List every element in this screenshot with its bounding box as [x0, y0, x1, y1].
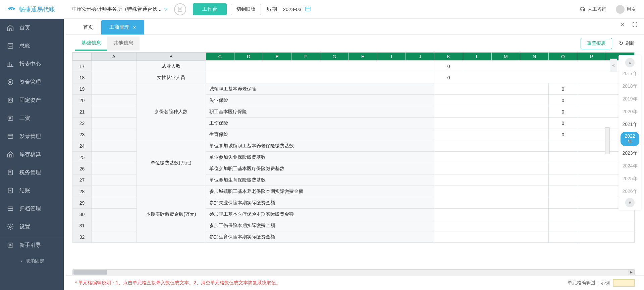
scrollbar-thumb[interactable]: [73, 270, 107, 275]
cell-C28[interactable]: 参加城镇职工基本养老保险本期实际缴费金额: [206, 186, 434, 197]
year-2023年[interactable]: 2023年: [619, 147, 641, 160]
cell-PQ-32[interactable]: [577, 231, 635, 243]
tab-close-icon[interactable]: ✕: [133, 25, 136, 30]
cell-KtoN-22[interactable]: [434, 118, 549, 129]
col-header-F[interactable]: F: [291, 53, 320, 61]
collapse-year-rail-icon[interactable]: «: [610, 59, 617, 72]
year-down-icon[interactable]: ▼: [625, 198, 635, 207]
sidebar-item-9[interactable]: 结账: [0, 182, 64, 200]
cell-O28[interactable]: [549, 186, 577, 197]
rownum-17[interactable]: 17: [73, 61, 92, 72]
year-2021年[interactable]: 2021年: [619, 118, 641, 131]
cell-KtoN-28[interactable]: [434, 186, 549, 197]
cell-O29[interactable]: [549, 197, 577, 209]
sidebar-item-2[interactable]: 报表中心: [0, 55, 64, 73]
cell-A25[interactable]: [91, 152, 136, 163]
cell-A28[interactable]: [91, 186, 136, 197]
fullscreen-icon[interactable]: [632, 21, 639, 28]
cell-A21[interactable]: [91, 106, 136, 118]
cell-A22[interactable]: [91, 118, 136, 129]
cell-A23[interactable]: [91, 129, 136, 140]
cell-LtoQ-17[interactable]: [463, 61, 634, 72]
cell-K18[interactable]: 0: [434, 72, 463, 83]
year-up-icon[interactable]: ▲: [625, 58, 635, 67]
cell-KtoN-26[interactable]: [434, 163, 549, 174]
close-panel-icon[interactable]: ✕: [621, 21, 627, 28]
calendar-icon[interactable]: [305, 6, 311, 13]
sidebar-collapse-button[interactable]: 取消固定: [0, 254, 64, 268]
col-header-M[interactable]: M: [491, 53, 520, 61]
horizontal-scrollbar[interactable]: ▶: [72, 269, 635, 275]
year-2022年[interactable]: 2022年: [621, 132, 639, 146]
sidebar-item-10[interactable]: 归档管理: [0, 200, 64, 218]
subtab-basic[interactable]: 基础信息: [75, 37, 107, 51]
rownum-29[interactable]: 29: [73, 197, 92, 209]
cell-C22[interactable]: 工伤保险: [206, 118, 434, 129]
vertical-scrollbar[interactable]: [605, 127, 610, 154]
cell-C23[interactable]: 生育保险: [206, 129, 434, 140]
rownum-22[interactable]: 22: [73, 118, 92, 129]
cell-C19[interactable]: 城镇职工基本养老保险: [206, 83, 434, 95]
tab-business-admin[interactable]: 工商管理 ✕: [101, 20, 144, 34]
year-2018年[interactable]: 2018年: [619, 80, 641, 93]
col-header-I[interactable]: I: [377, 53, 406, 61]
sidebar-item-3[interactable]: ¥资金管理: [0, 73, 64, 91]
cell-O20[interactable]: 0: [549, 95, 577, 106]
cell-A17[interactable]: [91, 61, 136, 72]
scroll-right-icon[interactable]: ▶: [628, 270, 634, 275]
tab-home[interactable]: 首页: [75, 20, 101, 34]
rownum-18[interactable]: 18: [73, 72, 92, 83]
cell-A31[interactable]: [91, 220, 136, 231]
rownum-23[interactable]: 23: [73, 129, 92, 140]
cell-B19[interactable]: 参保各险种人数: [136, 83, 206, 140]
cell-O19[interactable]: 0: [549, 83, 577, 95]
cell-KtoN-23[interactable]: [434, 129, 549, 140]
cell-C27[interactable]: 单位参加生育保险缴费基数: [206, 174, 434, 186]
cell-C29[interactable]: 参加失业保险本期实际缴费金额: [206, 197, 434, 209]
sidebar-item-4[interactable]: 固定资产: [0, 91, 64, 109]
sidebar-item-11[interactable]: 设置: [0, 218, 64, 236]
cell-KtoN-32[interactable]: [434, 231, 549, 243]
cell-CtoJ-17[interactable]: [206, 61, 434, 72]
col-header-O[interactable]: O: [549, 53, 577, 61]
spreadsheet[interactable]: ABCDEFGHIJKLMNOPQ17从业人数018女性从业人员019参保各险种…: [72, 52, 644, 268]
cell-B17[interactable]: 从业人数: [136, 61, 206, 72]
cell-CtoJ-18[interactable]: [206, 72, 434, 83]
rownum-25[interactable]: 25: [73, 152, 92, 163]
reset-report-button[interactable]: 重置报表: [581, 38, 612, 49]
col-header-C[interactable]: C: [206, 53, 234, 61]
refresh-button[interactable]: 刷新: [619, 40, 635, 47]
cell-A32[interactable]: [91, 231, 136, 243]
cell-A27[interactable]: [91, 174, 136, 186]
rownum-26[interactable]: 26: [73, 163, 92, 174]
col-header-J[interactable]: J: [406, 53, 434, 61]
sidebar-item-6[interactable]: 发票管理: [0, 127, 64, 145]
col-header-P[interactable]: P: [577, 53, 606, 61]
cell-C24[interactable]: 单位参加城镇职工基本养老保险缴费基数: [206, 140, 434, 152]
cell-A26[interactable]: [91, 163, 136, 174]
workspace-button[interactable]: 工作台: [193, 3, 227, 15]
cell-C26[interactable]: 单位参加职工基本医疗保险缴费基数: [206, 163, 434, 174]
rownum-31[interactable]: 31: [73, 220, 92, 231]
year-2025年[interactable]: 2025年: [619, 172, 641, 185]
cell-A18[interactable]: [91, 72, 136, 83]
subtab-other[interactable]: 其他信息: [107, 37, 140, 51]
col-header-A[interactable]: A: [91, 53, 136, 61]
col-header-L[interactable]: L: [463, 53, 491, 61]
cell-O26[interactable]: [549, 163, 577, 174]
col-header-D[interactable]: D: [234, 53, 263, 61]
cell-A24[interactable]: [91, 140, 136, 152]
rownum-30[interactable]: 30: [73, 209, 92, 220]
rownum-21[interactable]: 21: [73, 106, 92, 118]
cell-O27[interactable]: [549, 174, 577, 186]
col-header-G[interactable]: G: [320, 53, 348, 61]
sidebar-item-8[interactable]: 税务管理: [0, 163, 64, 182]
cell-O32[interactable]: [549, 231, 577, 243]
rownum-24[interactable]: 24: [73, 140, 92, 152]
cell-O21[interactable]: 0: [549, 106, 577, 118]
cell-O31[interactable]: [549, 220, 577, 231]
cell-C25[interactable]: 单位参加失业保险缴费基数: [206, 152, 434, 163]
cell-KtoN-24[interactable]: [434, 140, 549, 152]
cell-O30[interactable]: [549, 209, 577, 220]
user-menu[interactable]: 用友: [616, 5, 636, 14]
